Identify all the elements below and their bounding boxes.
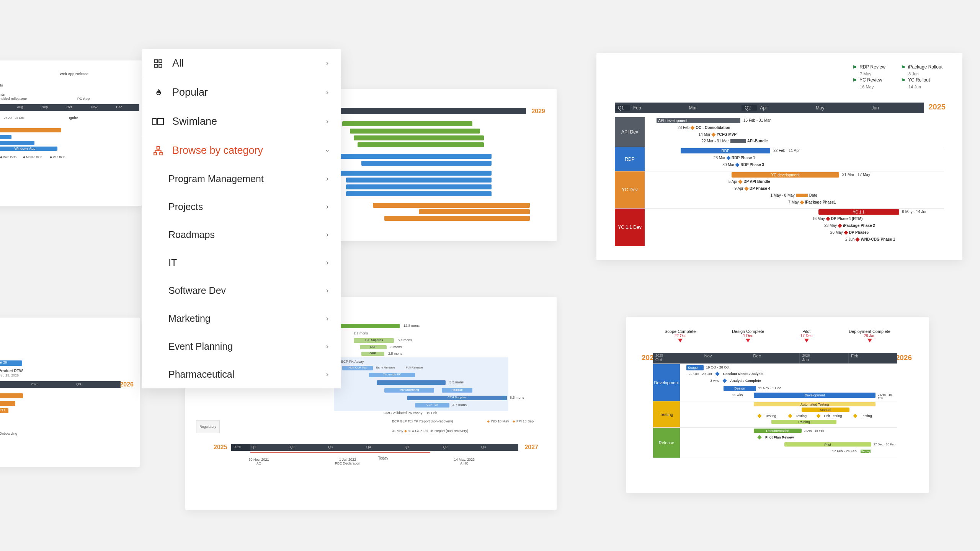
lane-label: Release xyxy=(653,428,680,458)
task-bar: RDP xyxy=(681,148,771,153)
task-label: RDP Phase 3 xyxy=(740,163,764,167)
col-month: Jan xyxy=(802,357,846,362)
task-date: 15 Feb - 31 Mar xyxy=(743,118,771,122)
menu-cat-event-planning[interactable]: Event Planning xyxy=(142,333,341,360)
timeline-header: 2025Oct Nov Dec 2026Jan Feb xyxy=(653,353,897,364)
task-date: 2 Dec - 16 Feb xyxy=(878,393,897,400)
task-date: 5 Apr xyxy=(728,179,737,184)
menu-cat-marketing[interactable]: Marketing xyxy=(142,305,341,333)
col-month: Oct xyxy=(655,357,699,362)
ms-date: 28 Jan xyxy=(864,334,875,338)
lane-label: YC 1.1 Dev xyxy=(615,209,645,246)
diamond-icon xyxy=(853,414,858,418)
legend: ◆ Win Beta xyxy=(50,155,65,159)
label: ◆ IND 18 May ◆ FPI 18 Sep xyxy=(487,419,534,423)
menu-popular[interactable]: Popular xyxy=(142,78,341,107)
ms-date: 17 Dec xyxy=(800,334,813,338)
month: Mar xyxy=(686,105,742,111)
lane-label: Development xyxy=(653,364,680,401)
swim-row: RDP RDP 22 Feb - 11 Apr 23 MarRDP Phase … xyxy=(615,147,944,171)
label: Distributor Agreements xyxy=(0,93,5,96)
task-bar: API development xyxy=(657,118,740,123)
legend: ◆ Mobile Beta xyxy=(23,155,42,159)
menu-cat-roadmaps[interactable]: Roadmaps xyxy=(142,221,341,249)
chevron-down-icon xyxy=(325,148,330,153)
svg-rect-4 xyxy=(153,119,156,125)
col: 2026 xyxy=(30,381,75,388)
triangle-icon xyxy=(804,339,809,342)
menu-browse-category[interactable]: Browse by category xyxy=(142,136,341,165)
template-swimlane-preview[interactable]: ⚑RDP Review 7 May ⚑YC Review 16 May ⚑iPa… xyxy=(596,53,962,260)
menu-cat-projects[interactable]: Projects xyxy=(142,193,341,221)
section-label: Regulatory xyxy=(196,420,220,433)
chevron-right-icon xyxy=(325,316,330,321)
col: Q3 xyxy=(75,381,121,388)
menu-swimlane[interactable]: Swimlane xyxy=(142,107,341,136)
task-label: Testing xyxy=(796,414,807,418)
month: May xyxy=(813,105,869,111)
menu-label: Pharmaceutical xyxy=(168,369,316,380)
task-date: 11 Nov - 1 Dec xyxy=(758,386,781,390)
svg-rect-7 xyxy=(154,152,157,155)
flag-icon: ⚑ xyxy=(901,64,906,70)
task-wks: 3 wks xyxy=(710,379,719,383)
bar: Mobile App xyxy=(0,141,34,145)
year: 2025 xyxy=(214,444,227,451)
menu-cat-program-management[interactable]: Program Management xyxy=(142,165,341,193)
task-date: 17 Feb - 24 Feb xyxy=(832,449,857,453)
label: Ignite xyxy=(69,116,78,120)
svg-rect-8 xyxy=(160,152,162,155)
label: 8.5 mons xyxy=(510,396,524,399)
bar xyxy=(338,171,492,176)
col: Q2 xyxy=(289,444,327,451)
label: Web App Release xyxy=(60,72,88,76)
menu-cat-pharmaceutical[interactable]: Pharmaceutical xyxy=(142,360,341,388)
year-label: 2025 xyxy=(929,103,946,111)
task-label: RDP Phase 1 xyxy=(732,156,755,160)
template-lane-preview[interactable]: Scope Complete 22 Oct Design Complete 1 … xyxy=(626,317,929,493)
task-bar: Training xyxy=(771,420,836,424)
col: Q4 xyxy=(0,381,30,388)
quarter: Q2 xyxy=(742,105,757,111)
task-date: 22 Mar - 31 Mar xyxy=(702,139,729,143)
diamond-icon xyxy=(690,126,694,130)
diamond-icon xyxy=(788,414,792,418)
menu-all[interactable]: All xyxy=(142,49,341,78)
ms-label: Deployment Complete xyxy=(849,329,890,334)
bar xyxy=(338,154,492,159)
bar: Jul 18 - Mar 26 xyxy=(0,360,22,366)
menu-label: Marketing xyxy=(168,313,316,324)
category-menu: All Popular Swimlane Browse by category … xyxy=(142,49,341,388)
mini-bar: Deploy xyxy=(861,450,871,453)
task-label: Date xyxy=(809,193,817,197)
bar: GRP xyxy=(361,352,384,356)
diamond-icon xyxy=(722,378,727,383)
task-label: API-Bundle xyxy=(747,139,768,143)
task-date: 30 Mar xyxy=(722,163,734,167)
task-bar: YC 1.1 xyxy=(818,209,899,215)
year: 2026 xyxy=(120,381,134,388)
month: Aug xyxy=(15,104,40,111)
task-label: OC - Consolidation xyxy=(696,126,730,130)
menu-cat-software-dev[interactable]: Software Dev xyxy=(142,277,341,305)
col: 2025 xyxy=(231,444,250,451)
label: 5.3 mons xyxy=(449,380,464,384)
year: 2027 xyxy=(524,444,538,451)
milestone: Pilot 17 Dec xyxy=(800,329,813,342)
ms-label: Design Complete xyxy=(732,329,764,334)
quarter: Q1 xyxy=(615,105,630,111)
mark: 30 Nov, 2021AC xyxy=(247,458,270,465)
milestone: Scope Complete 22 Oct xyxy=(665,329,696,342)
task-label: YCFG MVP xyxy=(717,132,737,137)
swimlane-icon xyxy=(152,116,164,127)
task-date: 16 May xyxy=(812,217,825,221)
mark: Today xyxy=(374,456,393,460)
menu-cat-it[interactable]: IT xyxy=(142,249,341,277)
task-date: 23 May xyxy=(824,223,837,228)
chevron-right-icon xyxy=(325,119,330,124)
template-thumb-bottomleft[interactable]: Jul 18 - Mar 26 90% Sand Jul 19, 2025 Pr… xyxy=(0,318,140,467)
month: Jul xyxy=(0,104,15,111)
template-thumb-topleft[interactable]: Sales Agreements 5 Jul, 2022 Distributor… xyxy=(0,60,142,206)
chevron-right-icon xyxy=(325,61,330,66)
label: Feb 29, 2026 xyxy=(0,373,19,377)
